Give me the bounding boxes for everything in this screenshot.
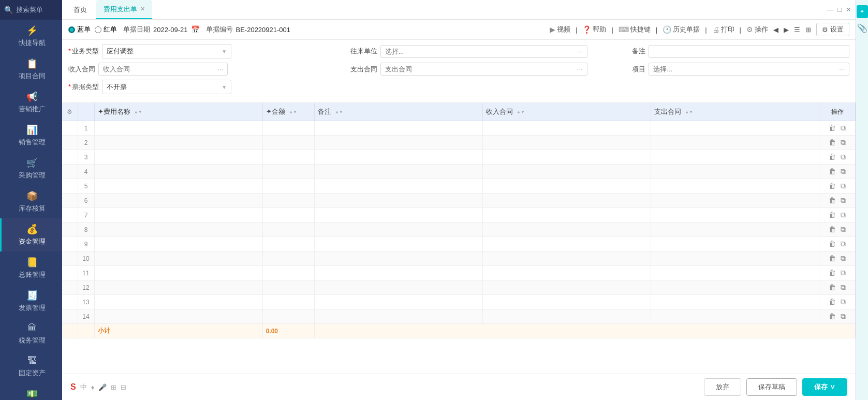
- notes-cell-1[interactable]: [314, 121, 482, 136]
- toolbar-shortcut[interactable]: ⌨快捷键: [619, 25, 651, 34]
- amount-cell-12[interactable]: [262, 280, 314, 295]
- tab-close-btn[interactable]: ✕: [140, 6, 145, 12]
- red-bill-radio[interactable]: 红单: [95, 25, 117, 34]
- expense-contract-cell-11[interactable]: [651, 266, 819, 280]
- expense-name-cell-8[interactable]: [94, 223, 262, 237]
- income-contract-cell-2[interactable]: [482, 136, 651, 150]
- close-window-icon[interactable]: ✕: [846, 6, 851, 13]
- notes-cell-3[interactable]: [314, 150, 482, 165]
- amount-cell-10[interactable]: [262, 251, 314, 266]
- delete-row-13-btn[interactable]: 🗑: [827, 298, 837, 306]
- counterpart-input[interactable]: ···: [380, 45, 587, 58]
- sidebar-item-payroll[interactable]: 💵 工资: [0, 383, 62, 400]
- amount-cell-11[interactable]: [262, 266, 314, 280]
- sidebar-item-quick-nav[interactable]: ⚡ 快捷导航: [0, 20, 62, 53]
- copy-row-11-btn[interactable]: ⧉: [839, 269, 847, 277]
- amount-cell-4[interactable]: [262, 165, 314, 179]
- blue-bill-radio[interactable]: 蓝单: [68, 25, 91, 34]
- income-contract-cell-14[interactable]: [482, 309, 651, 324]
- minimize-icon[interactable]: —: [827, 6, 833, 13]
- notes-cell-14[interactable]: [314, 309, 482, 324]
- income-contract-cell-3[interactable]: [482, 150, 651, 165]
- expense-name-cell-6[interactable]: [94, 194, 262, 208]
- setting-button[interactable]: ⚙ 设置: [816, 23, 849, 36]
- copy-row-8-btn[interactable]: ⧉: [839, 225, 847, 234]
- tab-expense[interactable]: 费用支出单 ✕: [96, 0, 152, 19]
- expense-contract-text-input[interactable]: [385, 65, 575, 73]
- tab-home[interactable]: 首页: [66, 0, 94, 19]
- income-contract-sort[interactable]: ▲▼: [517, 110, 525, 114]
- delete-row-6-btn[interactable]: 🗑: [827, 196, 837, 204]
- toolbar-print[interactable]: 🖨打印: [712, 25, 734, 34]
- sidebar-item-inventory[interactable]: 📦 库存核算: [0, 185, 62, 218]
- toolbar-prev[interactable]: ◀: [773, 26, 778, 34]
- copy-row-5-btn[interactable]: ⧉: [839, 182, 847, 190]
- delete-row-14-btn[interactable]: 🗑: [827, 312, 837, 320]
- copy-row-3-btn[interactable]: ⧉: [839, 153, 847, 161]
- expense-name-cell-10[interactable]: [94, 251, 262, 266]
- notes-cell-8[interactable]: [314, 223, 482, 237]
- notes-cell-11[interactable]: [314, 266, 482, 280]
- discard-button[interactable]: 放弃: [704, 378, 741, 396]
- notes-cell-13[interactable]: [314, 295, 482, 309]
- toolbar-grid-view[interactable]: ⊞: [805, 26, 811, 34]
- copy-row-14-btn[interactable]: ⧉: [839, 312, 847, 321]
- copy-row-2-btn[interactable]: ⧉: [839, 138, 847, 147]
- save-button[interactable]: 保存 ∨: [802, 378, 847, 396]
- expense-name-cell-4[interactable]: [94, 165, 262, 179]
- expense-name-cell-11[interactable]: [94, 266, 262, 280]
- amount-cell-3[interactable]: [262, 150, 314, 165]
- amount-cell-1[interactable]: [262, 121, 314, 136]
- copy-row-6-btn[interactable]: ⧉: [839, 196, 847, 205]
- project-text-input[interactable]: [653, 65, 837, 73]
- copy-row-13-btn[interactable]: ⧉: [839, 298, 847, 306]
- expense-contract-cell-6[interactable]: [651, 194, 819, 208]
- right-tab-active[interactable]: ✦: [857, 5, 868, 18]
- toolbar-history[interactable]: 🕐历史单据: [663, 25, 700, 34]
- sidebar-item-project-contract[interactable]: 📋 项目合同: [0, 53, 62, 86]
- sidebar-item-fixed-assets[interactable]: 🏗 固定资产: [0, 350, 62, 383]
- notes-cell-12[interactable]: [314, 280, 482, 295]
- project-more-icon[interactable]: ···: [839, 65, 845, 73]
- income-contract-cell-10[interactable]: [482, 251, 651, 266]
- expense-contract-cell-9[interactable]: [651, 237, 819, 251]
- income-contract-input[interactable]: ···: [98, 63, 228, 76]
- sidebar-item-sales-mgmt[interactable]: 📊 销售管理: [0, 119, 62, 152]
- amount-cell-8[interactable]: [262, 223, 314, 237]
- expense-name-cell-7[interactable]: [94, 208, 262, 223]
- income-contract-cell-5[interactable]: [482, 179, 651, 194]
- toolbar-help[interactable]: ❓帮助: [582, 25, 606, 34]
- expense-name-cell-9[interactable]: [94, 237, 262, 251]
- notes-cell-9[interactable]: [314, 237, 482, 251]
- delete-row-7-btn[interactable]: 🗑: [827, 211, 837, 219]
- notes-cell-6[interactable]: [314, 194, 482, 208]
- income-contract-text-input[interactable]: [103, 65, 215, 73]
- toolbar-list-view[interactable]: ☰: [794, 26, 800, 34]
- delete-row-3-btn[interactable]: 🗑: [827, 153, 837, 161]
- table-settings-col[interactable]: ⚙: [62, 103, 78, 121]
- counterpart-more-icon[interactable]: ···: [577, 48, 583, 55]
- sidebar-item-invoice-mgmt[interactable]: 🧾 发票管理: [0, 285, 62, 318]
- sidebar-search[interactable]: 🔍 搜索菜单: [0, 0, 62, 20]
- expense-contract-cell-3[interactable]: [651, 150, 819, 165]
- delete-row-11-btn[interactable]: 🗑: [827, 269, 837, 277]
- sidebar-item-tax-mgmt[interactable]: 🏛 税务管理: [0, 318, 62, 350]
- expense-name-cell-13[interactable]: [94, 295, 262, 309]
- delete-row-1-btn[interactable]: 🗑: [827, 124, 837, 132]
- amount-sort[interactable]: ▲▼: [289, 110, 297, 114]
- copy-row-10-btn[interactable]: ⧉: [839, 254, 847, 263]
- income-contract-cell-11[interactable]: [482, 266, 651, 280]
- expense-contract-cell-13[interactable]: [651, 295, 819, 309]
- expense-contract-cell-7[interactable]: [651, 208, 819, 223]
- notes-cell-5[interactable]: [314, 179, 482, 194]
- copy-row-12-btn[interactable]: ⧉: [839, 283, 847, 292]
- income-contract-more-icon[interactable]: ···: [217, 65, 223, 73]
- expense-contract-cell-8[interactable]: [651, 223, 819, 237]
- income-contract-cell-7[interactable]: [482, 208, 651, 223]
- copy-row-4-btn[interactable]: ⧉: [839, 167, 847, 176]
- expense-contract-cell-4[interactable]: [651, 165, 819, 179]
- expense-name-cell-2[interactable]: [94, 136, 262, 150]
- expense-contract-more-icon[interactable]: ···: [577, 65, 583, 73]
- amount-cell-9[interactable]: [262, 237, 314, 251]
- toolbar-next[interactable]: ▶: [784, 26, 789, 34]
